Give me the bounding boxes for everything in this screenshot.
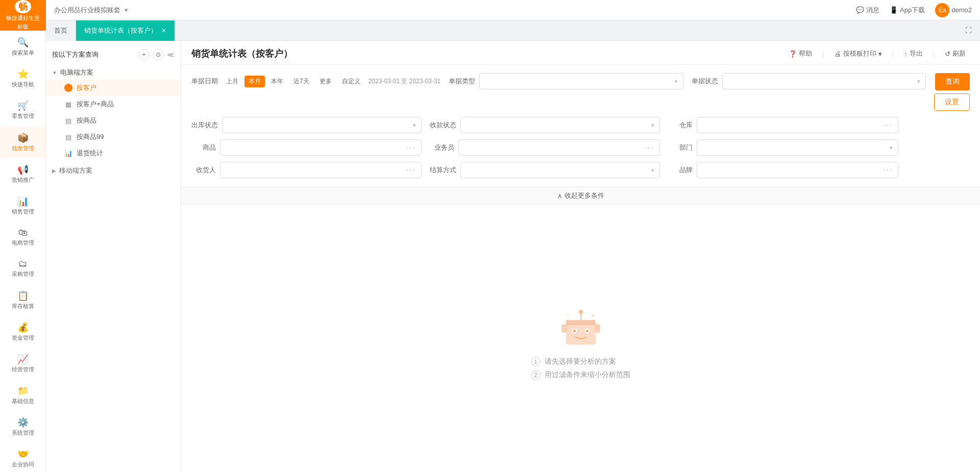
pc-scheme-group-header[interactable]: ▼ 电脑端方案	[46, 65, 181, 80]
sidebar-item-sales[interactable]: 📊 销售管理	[0, 190, 45, 221]
filter-row4: 收货人 ··· 结算方式 ▾ 品牌	[191, 162, 970, 178]
receipt-status-label: 收款状态	[430, 121, 460, 130]
sidebar-label-wholesale: 批发管理	[12, 145, 34, 152]
sidebar-item-quick-nav[interactable]: ⭐ 快捷导航	[0, 62, 45, 94]
action-buttons: 查询 设置	[926, 73, 970, 111]
out-status-label: 出库状态	[191, 121, 222, 130]
print-icon: 🖨	[835, 50, 841, 58]
settlement-dropdown[interactable]: ▾	[460, 162, 660, 178]
sidebar-item-marketing[interactable]: 📢 营销推广	[0, 158, 45, 190]
settings-scheme-button[interactable]: ⊙	[153, 49, 164, 60]
marketing-icon: 📢	[17, 164, 29, 175]
brand-field[interactable]: ···	[697, 162, 898, 178]
help-button[interactable]: ❓ 帮助	[785, 47, 816, 60]
date-tab-this-month[interactable]: 本月	[244, 76, 265, 87]
help-icon: ❓	[789, 50, 797, 58]
collapse-panel-button[interactable]: ≪	[167, 51, 175, 59]
export-button[interactable]: ↑ 导出	[900, 47, 927, 60]
sep1: |	[822, 50, 824, 58]
scheme-by-product-99[interactable]: ▤ 按商品99	[46, 129, 181, 145]
avatar: Ea	[935, 3, 949, 17]
user-menu[interactable]: Ea demo2	[935, 3, 972, 17]
pc-scheme-label: 电脑端方案	[60, 68, 93, 77]
product-field[interactable]: ···	[220, 139, 422, 156]
date-tab-last-month[interactable]: 上月	[222, 76, 242, 87]
date-tab-more[interactable]: 更多	[315, 76, 336, 87]
type-dropdown[interactable]: ▾	[479, 73, 683, 89]
consignee-more-icon: ···	[406, 166, 416, 175]
app-download-button[interactable]: 📱 App下载	[890, 6, 925, 15]
salesperson-field[interactable]: ···	[458, 139, 660, 156]
filter-brand: 品牌 ···	[668, 162, 898, 178]
add-scheme-button[interactable]: +	[138, 49, 150, 60]
out-status-dropdown[interactable]: ▾	[222, 117, 422, 133]
empty-hint-1: 1 请先选择要分析的方案	[531, 357, 630, 366]
date-tab-last-7[interactable]: 近7天	[289, 76, 313, 87]
coop-icon: 🤝	[17, 449, 29, 460]
filter-out-status: 出库状态 ▾	[191, 117, 422, 133]
consignee-field[interactable]: ···	[220, 162, 422, 178]
receipt-status-dropdown[interactable]: ▾	[460, 117, 660, 133]
page-container: 按以下方案查询 + ⊙ ≪ ▼ 电脑端方案 按客户 ▦ 按客	[46, 41, 980, 472]
filter-settlement: 结算方式 ▾	[430, 162, 660, 178]
sidebar-item-wholesale[interactable]: 📦 批发管理	[0, 126, 45, 158]
sidebar-label-operations: 经营管理	[12, 366, 34, 373]
tab-home[interactable]: 首页	[46, 20, 76, 41]
top-header: 办公用品行业模拟账套 ▾ 💬 消息 📱 App下载 Ea demo2	[46, 0, 980, 20]
message-button[interactable]: 💬 消息	[856, 6, 879, 15]
empty-state: 1 请先选择要分析的方案 2 用过滤条件来缩小分析范围	[181, 205, 980, 472]
scheme-by-customer-product[interactable]: ▦ 按客户+商品	[46, 96, 181, 112]
sidebar-item-purchase[interactable]: 🗂 采购管理	[0, 252, 45, 284]
sidebar-item-finance[interactable]: 💰 资金管理	[0, 316, 45, 347]
sidebar-item-basic[interactable]: 📁 基础信息	[0, 379, 45, 411]
collapse-more-button[interactable]: ∧ 收起更多条件	[181, 187, 980, 205]
header-right: 💬 消息 📱 App下载 Ea demo2	[856, 3, 972, 17]
status-dropdown[interactable]: ▾	[722, 73, 926, 89]
settings-button[interactable]: 设置	[934, 93, 970, 111]
product99-scheme-icon: ▤	[64, 133, 72, 141]
sidebar-logo[interactable]: 畅 畅捷通好生意 标版	[0, 0, 46, 31]
print-dropdown-icon: ▾	[878, 50, 882, 58]
template-print-button[interactable]: 🖨 按模板打印 ▾	[830, 47, 886, 60]
main-content: 办公用品行业模拟账套 ▾ 💬 消息 📱 App下载 Ea demo2 首页 销货…	[46, 0, 980, 472]
svg-point-7	[586, 329, 589, 332]
sidebar-label-quick-nav: 快捷导航	[12, 81, 34, 88]
department-dropdown[interactable]: ▾	[697, 139, 898, 156]
svg-rect-1	[566, 320, 595, 325]
salesperson-label: 业务员	[430, 143, 458, 152]
app-download-icon: 📱	[890, 6, 898, 14]
tab-sales-stats[interactable]: 销货单统计表（按客户） ✕	[76, 20, 175, 41]
mobile-scheme-group[interactable]: ▶ 移动端方案	[46, 163, 181, 178]
svg-rect-3	[595, 324, 600, 333]
warehouse-label: 仓库	[668, 121, 697, 130]
left-panel: 按以下方案查询 + ⊙ ≪ ▼ 电脑端方案 按客户 ▦ 按客	[46, 41, 181, 472]
filter-type: 单据类型 ▾	[449, 73, 683, 89]
scheme-return-stats-label: 退货统计	[77, 149, 103, 158]
scheme-by-customer[interactable]: 按客户	[46, 80, 181, 96]
sidebar-item-inventory[interactable]: 📋 库存核算	[0, 284, 45, 316]
salesperson-more-icon: ···	[645, 143, 654, 152]
sidebar-item-coop[interactable]: 🤝 企业协同	[0, 442, 45, 472]
hint-1-text: 请先选择要分析的方案	[545, 357, 616, 366]
tab-close-icon[interactable]: ✕	[161, 27, 166, 34]
sidebar-item-system[interactable]: ⚙️ 系统管理	[0, 411, 45, 442]
date-tab-custom[interactable]: 自定义	[338, 76, 364, 87]
filter-status: 单据状态 ▾	[692, 73, 926, 89]
maximize-icon[interactable]: ⛶	[965, 27, 972, 34]
settlement-arrow: ▾	[651, 167, 654, 174]
sidebar-label-retail: 零售管理	[12, 113, 34, 120]
warehouse-field[interactable]: ···	[697, 117, 898, 133]
sidebar-item-operations[interactable]: 📈 经营管理	[0, 347, 45, 379]
refresh-button[interactable]: ↺ 刷新	[941, 47, 970, 60]
sidebar-item-search[interactable]: 🔍 搜索菜单	[0, 31, 45, 62]
department-label: 部门	[668, 143, 697, 152]
query-button[interactable]: 查询	[935, 73, 970, 90]
sidebar-item-ecommerce[interactable]: 🛍 电商管理	[0, 221, 45, 252]
date-tab-this-year[interactable]: 本年	[267, 76, 287, 87]
header-dropdown-icon[interactable]: ▾	[125, 6, 128, 14]
scheme-return-stats[interactable]: 📊 退货统计	[46, 145, 181, 161]
tab-sales-stats-label: 销货单统计表（按客户）	[84, 26, 157, 35]
sidebar-item-retail[interactable]: 🛒 零售管理	[0, 94, 45, 126]
scheme-by-product[interactable]: ▤ 按商品	[46, 112, 181, 129]
collapse-icon: ∧	[557, 192, 562, 200]
